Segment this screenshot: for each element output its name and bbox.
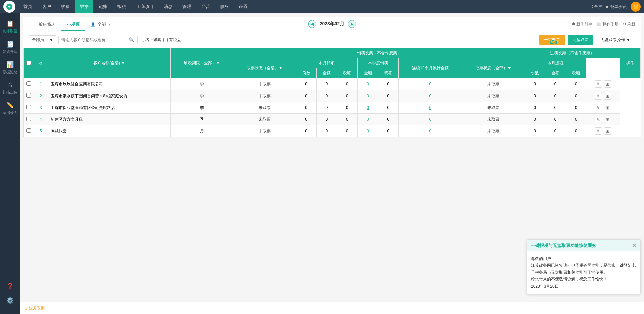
row-buy-status: 未取票 [462, 78, 525, 90]
row-checkbox-cell [24, 90, 34, 102]
row-sale-status: 未取票 [233, 125, 296, 137]
row-buy-month-count: 0 [525, 90, 545, 102]
refresh-btn[interactable]: ↺ 刷新 [623, 21, 635, 27]
sidebar-bottom: ❓ ⚙️ [6, 279, 14, 314]
nav-manage[interactable]: 管理 [178, 0, 196, 13]
row-checkbox[interactable] [26, 93, 31, 98]
own-account-checkbox[interactable] [140, 38, 144, 42]
tab-small-scale[interactable]: 小规模 [61, 18, 85, 31]
col-quarter-sale: 本季度销项 [358, 58, 399, 68]
sidebar-item-smart-invoice[interactable]: 📋 智能取票 [0, 17, 20, 37]
user-avatar[interactable]: 🐱 [631, 2, 641, 12]
select-all-checkbox[interactable] [26, 61, 31, 65]
nav-service[interactable]: 服务 [215, 0, 233, 13]
tax-disk-filter[interactable]: 有税盘 [163, 37, 181, 43]
edit-btn[interactable]: ✎ [595, 80, 602, 88]
detail-btn[interactable]: ⊞ [604, 116, 611, 123]
tab-right-actions: ✱ 新手引导 📖 操作手册 ↺ 刷新 [572, 21, 635, 27]
sidebar-item-scan[interactable]: 🖨 扫描上传 [0, 78, 20, 98]
detail-btn[interactable]: ⊞ [604, 127, 611, 135]
col-name: 客户名称(全部) ▼ [48, 48, 170, 78]
row-checkbox[interactable] [26, 128, 31, 133]
edit-btn[interactable]: ✎ [595, 127, 602, 135]
nav-settings[interactable]: 设置 [234, 0, 252, 13]
col-sale-quarter-amount: 金额 [358, 68, 378, 78]
tax-policy-label[interactable]: 税务政策 [29, 305, 45, 311]
no-disk-btn[interactable]: 无盘取票 [568, 35, 593, 45]
no-disk-ops-btn[interactable]: 无盘取票操作 ▼ [596, 35, 635, 45]
table-row: 5 测试账套 月 未取票 0 0 0 0 0 0 未取票 0 0 0 ✎ ⊞ [24, 125, 641, 137]
row-checkbox[interactable] [26, 105, 31, 109]
row-buy-status: 未取票 [462, 114, 525, 125]
table-row: 3 卫辉市保和堂医药有限公司走辊路店 季 未取票 0 0 0 0 0 0 未取票… [24, 102, 641, 114]
nav-invoice[interactable]: 票据 [75, 0, 93, 13]
sidebar-item-entry[interactable]: ✏️ 票据录入 [0, 98, 20, 119]
fullscreen-btn[interactable]: ⛶ 全屏 [589, 4, 602, 10]
smart-invoice-icon: 📋 [6, 20, 14, 27]
prev-month-btn[interactable]: ◀ [308, 20, 316, 28]
next-month-btn[interactable]: ▶ [348, 20, 356, 28]
row-sale-quarter-tax: 0 [378, 90, 398, 102]
row-sale-quarter-tax: 0 [378, 125, 398, 137]
row-sale-month-amount: 0 [316, 114, 337, 125]
col-buy-month-tax: 税额 [566, 68, 586, 78]
summary-icon: 📊 [6, 61, 14, 68]
employee-filter[interactable]: 全部员工 ▼ [29, 35, 56, 44]
row-sale-month-count: 0 [296, 78, 316, 90]
tab-all[interactable]: 👤 全能 ▼ [85, 18, 117, 31]
nav-home[interactable]: 首页 [19, 0, 37, 13]
detail-btn[interactable]: ⊞ [604, 104, 611, 111]
nav-customer[interactable]: 客户 [38, 0, 56, 13]
sidebar-item-issue[interactable]: 🧾 发票开具 [0, 37, 20, 58]
nav-account[interactable]: 记账 [94, 0, 112, 13]
row-buy-month-amount: 0 [545, 102, 566, 114]
row-checkbox[interactable] [26, 117, 31, 121]
detail-btn[interactable]: ⊞ [604, 80, 611, 88]
row-cumulative: 0 [398, 114, 462, 125]
sidebar-help[interactable]: ❓ [6, 279, 14, 293]
row-name: 新建区方方文具店 [48, 114, 170, 125]
manual-btn[interactable]: 📖 操作手册 [596, 21, 619, 27]
guide-btn[interactable]: ✱ 新手引导 [572, 21, 592, 27]
notif-close-btn[interactable]: ✕ [632, 242, 636, 249]
tea-label: tEa [550, 39, 557, 45]
row-sale-month-count: 0 [296, 114, 316, 125]
sidebar-item-summary[interactable]: 📊 票据汇总 [0, 58, 20, 78]
col-sale-quarter-tax: 税额 [378, 68, 398, 78]
nav-operation[interactable]: 经营 [197, 0, 215, 13]
col-settings: ⚙ [34, 48, 48, 78]
row-name: 测试账套 [48, 125, 170, 137]
tax-disk-checkbox[interactable] [163, 38, 168, 42]
row-buy-month-tax: 0 [566, 78, 586, 90]
chevron-down-icon: ▼ [49, 38, 53, 42]
nav-tax[interactable]: 报税 [113, 0, 131, 13]
own-account-filter[interactable]: 名下账套 [140, 37, 161, 43]
table-wrap: ⚙ 客户名称(全部) ▼ 纳税期限（全部）▼ 销项发票（不含作废票） 进项发票（… [23, 48, 641, 137]
nav-message[interactable]: 消息 [159, 0, 177, 13]
row-buy-month-count: 0 [525, 78, 545, 90]
sidebar-settings[interactable]: ⚙️ [6, 293, 14, 307]
search-button[interactable]: 🔍 [126, 36, 137, 44]
col-sale-month-amount: 金额 [316, 68, 337, 78]
search-input[interactable] [59, 36, 126, 44]
nav-business[interactable]: 工商项目 [131, 0, 158, 13]
edit-btn[interactable]: ✎ [595, 104, 602, 111]
employee-filter-label: 全部员工 [32, 37, 48, 43]
member-btn[interactable]: ▶ 畅享会员 [606, 4, 627, 10]
row-cumulative: 0 [398, 102, 462, 114]
edit-btn[interactable]: ✎ [595, 116, 602, 123]
detail-btn[interactable]: ⊞ [604, 92, 611, 100]
nav-fee[interactable]: 收费 [56, 0, 74, 13]
row-buy-status: 未取票 [462, 102, 525, 114]
toolbar: 全部员工 ▼ 🔍 名下账套 有税盘 一键取票 无盘取票 无盘取票操作 ▼ [23, 32, 641, 48]
tab-group: 一般纳税人 小规模 👤 全能 ▼ [29, 18, 117, 30]
row-name: 卫辉市玖玖健合医药有限公司 [48, 78, 170, 90]
edit-btn[interactable]: ✎ [595, 92, 602, 100]
row-checkbox[interactable] [26, 81, 31, 86]
tab-general-taxpayer[interactable]: 一般纳税人 [29, 18, 61, 31]
sidebar: 📋 智能取票 🧾 发票开具 📊 票据汇总 🖨 扫描上传 ✏️ 票据录入 ❓ ⚙️ [0, 13, 20, 314]
row-checkbox-cell [24, 125, 34, 137]
row-buy-month-count: 0 [525, 114, 545, 125]
row-checkbox-cell [24, 78, 34, 90]
notif-title: 一键报税与无盘取票功能恢复通知 [531, 243, 596, 249]
